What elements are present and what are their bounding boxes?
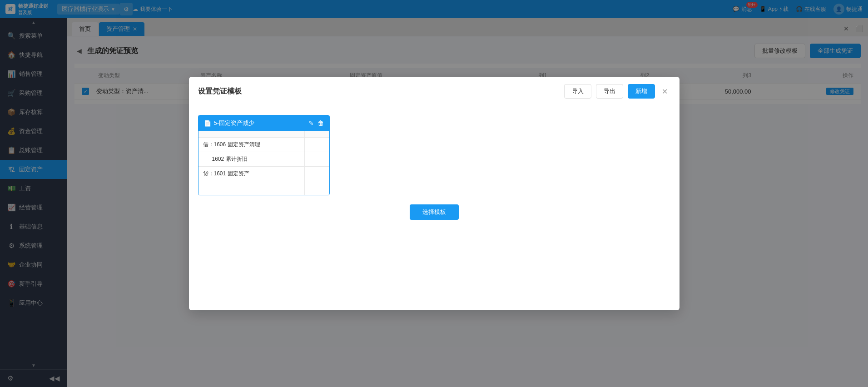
template-col-debit <box>280 131 305 137</box>
select-template-container: 选择模板 <box>198 204 670 220</box>
dialog-body: 📄 5-固定资产减少 ✎ 🗑 <box>189 106 680 310</box>
template-entry-1-credit <box>305 138 329 152</box>
dialog-title: 设置凭证模板 <box>198 87 242 96</box>
template-empty-debit <box>280 181 305 195</box>
template-title: 5-固定资产减少 <box>214 119 255 127</box>
template-entry-3: 贷：1601 固定资产 <box>198 167 329 181</box>
template-card: 📄 5-固定资产减少 ✎ 🗑 <box>198 115 330 195</box>
template-entry-3-debit <box>280 167 305 181</box>
import-btn[interactable]: 导入 <box>564 84 591 99</box>
template-entry-2: 1602 累计折旧 <box>198 152 329 167</box>
template-entry-1-debit <box>280 138 305 152</box>
template-entry-2-credit <box>305 152 329 166</box>
dialog-set-template: 设置凭证模板 导入 导出 新增 ✕ 📄 5-固定资产减少 <box>189 77 680 310</box>
template-card-header-left: 📄 5-固定资产减少 <box>204 119 255 127</box>
template-entry-2-debit <box>280 152 305 166</box>
template-entry-2-account: 1602 累计折旧 <box>198 152 280 166</box>
close-icon: ✕ <box>662 87 668 96</box>
template-header-row <box>198 131 329 138</box>
template-delete-icon[interactable]: 🗑 <box>317 119 324 127</box>
template-entry-3-account: 贷：1601 固定资产 <box>198 167 280 181</box>
dialog-header: 设置凭证模板 导入 导出 新增 ✕ <box>189 77 680 106</box>
template-entry-empty <box>198 181 329 195</box>
export-btn[interactable]: 导出 <box>596 84 623 99</box>
template-card-actions: ✎ 🗑 <box>308 119 324 127</box>
dialog-header-actions: 导入 导出 新增 ✕ <box>564 84 670 99</box>
template-edit-icon[interactable]: ✎ <box>308 119 314 127</box>
template-card-body: 借：1606 固定资产清理 1602 累计折旧 贷：1601 固定资产 <box>198 131 329 195</box>
template-card-header: 📄 5-固定资产减少 ✎ 🗑 <box>198 115 329 131</box>
new-btn[interactable]: 新增 <box>628 84 655 99</box>
dialog-overlay: 设置凭证模板 导入 导出 新增 ✕ 📄 5-固定资产减少 <box>0 0 868 387</box>
template-empty-credit <box>305 181 329 195</box>
template-doc-icon: 📄 <box>204 120 211 127</box>
template-col-account <box>198 131 280 137</box>
template-entry-1: 借：1606 固定资产清理 <box>198 138 329 152</box>
dialog-close-btn[interactable]: ✕ <box>660 86 670 97</box>
select-template-btn[interactable]: 选择模板 <box>410 204 459 220</box>
template-col-credit <box>305 131 329 137</box>
template-empty-account <box>198 181 280 195</box>
template-entry-3-credit <box>305 167 329 181</box>
template-entry-1-account: 借：1606 固定资产清理 <box>198 138 280 152</box>
